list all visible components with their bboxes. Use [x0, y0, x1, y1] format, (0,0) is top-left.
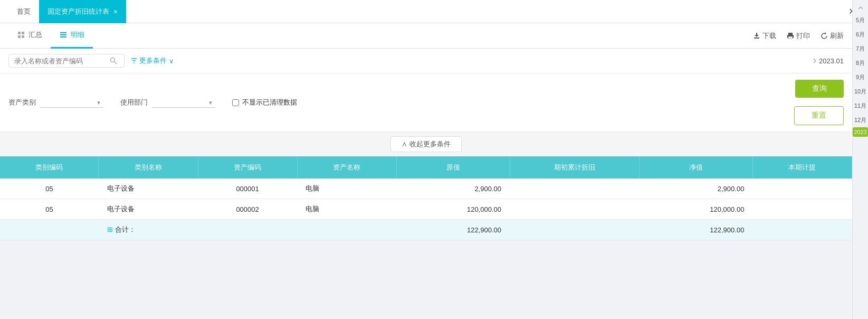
- col-asset-name: 资产名称: [297, 156, 396, 179]
- sidebar-month-11[interactable]: 11月: [854, 99, 866, 113]
- sidebar-month-6[interactable]: 6月: [856, 27, 865, 42]
- cell-asset-code-1: 000001: [198, 179, 297, 199]
- right-sidebar: 5月 6月 7月 8月 9月 10月 11月 12月 2023: [852, 0, 868, 319]
- detail-label: 明细: [71, 30, 84, 40]
- search-bar: 更多条件 ∨ 2023.01: [0, 49, 852, 73]
- sidebar-month-12[interactable]: 12月: [854, 113, 866, 127]
- cell-asset-name-1: 电脑: [297, 179, 396, 199]
- cell-original-value-1: 2,900.00: [396, 179, 510, 199]
- svg-rect-3: [22, 35, 24, 38]
- cell-current-dep-1: [752, 179, 852, 199]
- cell-net-value-2: 120,000.00: [640, 199, 753, 220]
- filter-area: 资产类别 使用部门 不显示已清理数据: [0, 73, 852, 132]
- search-icon: [109, 57, 118, 65]
- cell-acc-dep-1: [510, 179, 640, 199]
- total-row: ⊞ 合计： 122,900.00 122,900.00: [0, 220, 852, 240]
- cell-category-code-2: 05: [0, 199, 99, 220]
- filter-row: 资产类别 使用部门 不显示已清理数据: [8, 80, 844, 125]
- summary-label: 汇总: [28, 30, 42, 40]
- asset-type-filter: 资产类别: [8, 97, 103, 108]
- sub-tabs: 汇总 明细 下载 打印 刷新: [0, 23, 852, 49]
- cell-category-name-2: 电子设备: [99, 199, 198, 220]
- download-button[interactable]: 下载: [753, 31, 776, 41]
- dept-filter: 使用部门: [120, 97, 215, 108]
- query-button[interactable]: 查询: [795, 80, 844, 98]
- total-label: 合计：: [115, 226, 136, 233]
- hide-cleared-checkbox-item[interactable]: 不显示已清理数据: [232, 98, 297, 107]
- print-icon: [787, 32, 794, 40]
- search-input-wrap: [8, 54, 125, 68]
- svg-rect-0: [18, 32, 21, 34]
- svg-rect-4: [60, 32, 66, 33]
- filter-icon: [131, 58, 137, 64]
- more-conditions-button[interactable]: 更多条件 ∨: [131, 56, 174, 65]
- cell-original-value-2: 120,000.00: [396, 199, 510, 220]
- collapse-row: ∧ 收起更多条件: [0, 132, 852, 156]
- summary-icon: [17, 31, 25, 39]
- total-net-value: 122,900.00: [640, 220, 753, 240]
- refresh-button[interactable]: 刷新: [821, 31, 844, 41]
- search-input[interactable]: [14, 57, 109, 65]
- svg-rect-8: [788, 33, 793, 35]
- home-tab[interactable]: 首页: [8, 7, 39, 16]
- scroll-up-icon: [857, 4, 864, 12]
- print-button[interactable]: 打印: [787, 31, 810, 41]
- reset-button[interactable]: 重置: [794, 106, 844, 125]
- top-nav: 首页 固定资产折旧统计表 × ✕: [0, 0, 868, 23]
- svg-line-13: [115, 62, 117, 64]
- tab-summary[interactable]: 汇总: [8, 23, 51, 49]
- date-label: 2023.01: [819, 57, 844, 65]
- sidebar-year-2023[interactable]: 2023: [853, 127, 868, 137]
- sidebar-month-8[interactable]: 8月: [856, 56, 865, 70]
- svg-point-12: [111, 58, 115, 62]
- dept-select[interactable]: [152, 97, 215, 108]
- hide-cleared-checkbox[interactable]: [232, 99, 239, 106]
- sidebar-month-5[interactable]: 5月: [856, 13, 865, 27]
- active-tab[interactable]: 固定资产折旧统计表 ×: [39, 0, 126, 23]
- cell-category-code-1: 05: [0, 179, 99, 199]
- col-category-code: 类别编码: [0, 156, 99, 179]
- sidebar-month-9[interactable]: 9月: [856, 70, 865, 85]
- tab-close-icon[interactable]: ×: [113, 7, 118, 16]
- total-acc-dep: [510, 220, 640, 240]
- cell-net-value-1: 2,900.00: [640, 179, 753, 199]
- collapse-button[interactable]: ∧ 收起更多条件: [390, 136, 462, 152]
- col-net-value: 净值: [640, 156, 753, 179]
- refresh-icon: [821, 32, 828, 40]
- table-header-row: 类别编码 类别名称 资产编码 资产名称 原值 期初累计折旧 净值 本期计提: [0, 156, 852, 179]
- data-table: 类别编码 类别名称 资产编码 资产名称 原值 期初累计折旧 净值 本期计提 05…: [0, 156, 852, 240]
- download-icon: [753, 32, 760, 40]
- tab-label: 固定资产折旧统计表: [47, 7, 109, 16]
- total-icon: ⊞: [107, 226, 113, 233]
- total-original-value: 122,900.00: [396, 220, 510, 240]
- sidebar-month-10[interactable]: 10月: [854, 85, 866, 99]
- cell-category-name-1: 电子设备: [99, 179, 198, 199]
- svg-rect-10: [788, 36, 793, 39]
- svg-rect-6: [60, 36, 66, 37]
- action-buttons: 查询 重置: [794, 80, 844, 125]
- main-content: 汇总 明细 下载 打印 刷新: [0, 23, 852, 319]
- col-acc-depreciation: 期初累计折旧: [510, 156, 640, 179]
- col-category-name: 类别名称: [99, 156, 198, 179]
- more-conditions-label: 更多条件: [139, 56, 167, 65]
- cell-current-dep-2: [752, 199, 852, 220]
- asset-type-select[interactable]: [40, 97, 103, 108]
- asset-type-label: 资产类别: [8, 98, 36, 107]
- table-row: 05 电子设备 000001 电脑 2,900.00 2,900.00: [0, 179, 852, 199]
- sidebar-scroll-up[interactable]: [857, 4, 864, 13]
- total-empty-1: [0, 220, 99, 240]
- total-current-dep: [752, 220, 852, 240]
- col-current-depreciation: 本期计提: [752, 156, 852, 179]
- sidebar-month-7[interactable]: 7月: [856, 42, 865, 56]
- hide-cleared-label: 不显示已清理数据: [242, 98, 297, 107]
- col-original-value: 原值: [396, 156, 510, 179]
- svg-rect-2: [18, 35, 21, 38]
- dept-label: 使用部门: [120, 98, 148, 107]
- total-label-cell: ⊞ 合计：: [99, 220, 396, 240]
- dept-select-wrap: [152, 97, 215, 108]
- svg-rect-1: [22, 32, 24, 34]
- chevron-down-icon: ∨: [169, 57, 174, 65]
- tab-detail[interactable]: 明细: [51, 23, 93, 49]
- nav-arrow-icon[interactable]: [809, 57, 817, 64]
- col-asset-code: 资产编码: [198, 156, 297, 179]
